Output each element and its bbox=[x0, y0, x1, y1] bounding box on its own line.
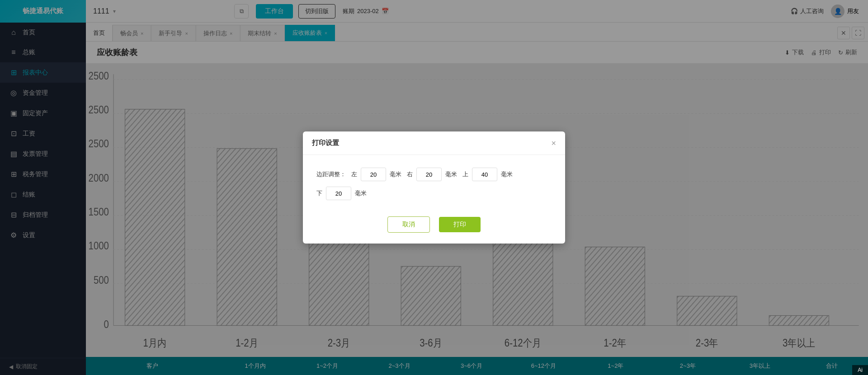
left-label: 左 bbox=[351, 170, 357, 178]
bottom-unit: 毫米 bbox=[355, 189, 367, 197]
top-margin-group: 上 毫米 bbox=[462, 168, 513, 181]
right-margin-input[interactable] bbox=[416, 168, 442, 181]
left-margin-group: 左 毫米 bbox=[351, 168, 401, 181]
right-unit: 毫米 bbox=[445, 170, 457, 178]
margin-adjust-label: 边距调整： bbox=[316, 170, 346, 178]
modal-title: 打印设置 bbox=[312, 139, 339, 147]
modal-close-button[interactable]: × bbox=[551, 139, 556, 147]
bottom-label: 下 bbox=[316, 189, 322, 197]
right-margin-group: 右 毫米 bbox=[407, 168, 457, 181]
modal-print-button[interactable]: 打印 bbox=[439, 217, 481, 232]
right-label: 右 bbox=[407, 170, 413, 178]
top-unit: 毫米 bbox=[501, 170, 513, 178]
bottom-margin-group: 下 毫米 bbox=[316, 187, 367, 200]
left-margin-input[interactable] bbox=[361, 168, 386, 181]
margin-form-row: 边距调整： 左 毫米 右 毫米 上 毫米 下 bbox=[316, 168, 552, 200]
modal-body: 边距调整： 左 毫米 右 毫米 上 毫米 下 bbox=[303, 155, 565, 209]
top-margin-input[interactable] bbox=[472, 168, 497, 181]
ai-badge: Ai bbox=[852, 365, 868, 375]
modal-header: 打印设置 × bbox=[303, 131, 565, 155]
cancel-button[interactable]: 取消 bbox=[387, 216, 430, 233]
modal-footer: 取消 打印 bbox=[303, 209, 565, 244]
print-settings-modal: 打印设置 × 边距调整： 左 毫米 右 毫米 上 毫米 bbox=[303, 131, 565, 244]
bottom-margin-input[interactable] bbox=[326, 187, 351, 200]
left-unit: 毫米 bbox=[390, 170, 401, 178]
modal-overlay: 打印设置 × 边距调整： 左 毫米 右 毫米 上 毫米 bbox=[0, 0, 868, 375]
top-label: 上 bbox=[462, 170, 468, 178]
